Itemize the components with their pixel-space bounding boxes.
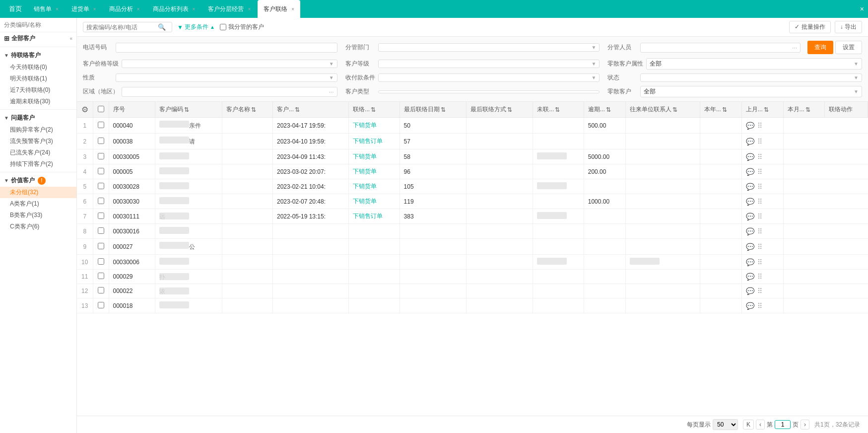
contact-action-icon[interactable]: 💬 [746,168,754,176]
sidebar-item-churned[interactable]: 已流失客户(24) [0,147,76,158]
sidebar-item-tomorrow-pending[interactable]: 明天待联络(1) [0,73,76,84]
close-product-list-tab[interactable]: × [193,6,196,12]
next-page-button[interactable]: › [801,420,809,430]
contact-action-icon[interactable]: 💬 [746,153,754,161]
row-checkbox[interactable] [98,198,104,204]
row-checkbox[interactable] [98,168,104,174]
col-last-date[interactable]: 最后联络日期 ⇅ [400,102,466,118]
col-overdue[interactable]: 逾期... ⇅ [584,102,625,118]
problem-group-label[interactable]: ▼ 问题客户 [0,112,76,124]
sidebar-item-a-class[interactable]: A类客户(1) [0,198,76,210]
last-method-link[interactable]: 下销货单 [353,153,377,160]
sidebar-item-today-pending[interactable]: 今天待联络(0) [0,62,76,73]
zero-customer-select[interactable]: 全部 ▼ [640,86,862,97]
last-method-link[interactable]: 下销货单 [353,122,377,129]
row-checkbox[interactable] [98,258,104,265]
more-action-icon[interactable]: ⠿ [757,122,762,130]
contact-action-icon[interactable]: 💬 [746,122,754,130]
contact-action-icon[interactable]: 💬 [746,273,754,281]
export-button[interactable]: ↓ 导出 [835,21,862,33]
contact-action-icon[interactable]: 💬 [746,258,754,266]
last-method-link[interactable]: 下销售订单 [353,138,383,144]
last-method-link[interactable]: 下销货单 [353,198,377,205]
row-checkbox[interactable] [98,122,104,128]
close-purchase-tab[interactable]: × [93,6,96,12]
col-this-year[interactable]: 本年... ⇅ [700,102,741,118]
sidebar-search-input[interactable] [4,21,77,28]
col-customer-name[interactable]: 客户名称 ⇅ [222,102,272,118]
more-action-icon[interactable]: ⠿ [757,227,762,235]
contact-action-icon[interactable]: 💬 [746,302,754,310]
tab-customer-contact[interactable]: 客户联络 × [258,0,300,18]
sidebar-item-declining[interactable]: 持续下滑客户(2) [0,158,76,170]
customer-level-select[interactable]: ▼ [378,60,600,68]
close-customer-contact-tab[interactable]: × [291,6,294,12]
col-last-method[interactable]: 最后联络方式 ⇅ [466,102,533,118]
contact-action-icon[interactable]: 💬 [746,198,754,206]
more-action-icon[interactable]: ⠿ [757,273,762,281]
col-settings[interactable]: ⚙ [77,102,93,118]
row-checkbox[interactable] [98,273,104,279]
page-size-select[interactable]: 50 100 200 [713,419,738,430]
region-select[interactable]: ··· [122,87,337,97]
col-last-month[interactable]: 上月... ⇅ [741,102,783,118]
contact-action-icon[interactable]: 💬 [746,287,754,295]
value-group-label[interactable]: ▼ 价值客户 ! [0,174,76,187]
more-action-icon[interactable]: ⠿ [757,198,762,206]
collapse-icon[interactable]: « [69,36,72,41]
filter-search-input[interactable] [86,24,156,31]
dept-select[interactable]: ▼ [378,43,600,52]
last-method-link[interactable]: 下销货单 [353,168,377,175]
manager-select[interactable]: ··· [640,43,801,53]
contact-action-icon[interactable]: 💬 [746,138,754,145]
phone-input[interactable] [116,43,337,53]
more-conditions-button[interactable]: ▼ 更多条件 ▲ [177,23,215,31]
more-action-icon[interactable]: ⠿ [757,168,762,176]
zero-attr-select[interactable]: 全部 ▼ [646,58,862,70]
row-checkbox[interactable] [98,138,104,144]
col-customer-code[interactable]: 客户编码 ⇅ [155,102,222,118]
row-checkbox[interactable] [98,287,104,293]
contact-action-icon[interactable]: 💬 [746,183,754,191]
close-all-button[interactable]: × [860,5,864,13]
contact-action-icon[interactable]: 💬 [746,227,754,235]
more-action-icon[interactable]: ⠿ [757,287,762,295]
sidebar-item-c-class[interactable]: C类客户(6) [0,221,76,232]
filter-search-icon[interactable]: 🔍 [158,23,166,31]
price-level-select[interactable]: ▼ [122,60,337,68]
customer-type-select[interactable] [378,90,600,93]
more-action-icon[interactable]: ⠿ [757,243,762,251]
sidebar-item-ungrouped[interactable]: 未分组(32) [0,187,76,198]
last-method-link[interactable]: 下销售订单 [353,213,383,219]
all-customers-item[interactable]: ⊞ 全部客户 « [0,32,76,45]
my-customers-checkbox[interactable] [220,24,226,30]
more-action-icon[interactable]: ⠿ [757,153,762,161]
more-action-icon[interactable]: ⠿ [757,213,762,220]
tab-product-list[interactable]: 商品分析列表 × [147,0,201,18]
close-sales-tab[interactable]: × [56,6,59,12]
reset-button[interactable]: 设置 [835,41,862,54]
sidebar-item-stockpile-abnormal[interactable]: 囤购异常客户(2) [0,124,76,136]
close-product-analysis-tab[interactable]: × [137,6,140,12]
more-action-icon[interactable]: ⠿ [757,258,762,266]
more-action-icon[interactable]: ⠿ [757,302,762,310]
tab-sales[interactable]: 销售单 × [28,0,65,18]
payment-select[interactable]: ▼ [378,73,600,82]
tab-customer-segment[interactable]: 客户分层经营 × [202,0,257,18]
tab-purchase[interactable]: 进货单 × [66,0,102,18]
col-contact[interactable]: 联络... ⇅ [349,102,400,118]
first-page-button[interactable]: K [743,420,754,430]
row-checkbox[interactable] [98,227,104,234]
sidebar-item-churn-warning[interactable]: 流失预警客户(3) [0,136,76,147]
col-customer-type[interactable]: 客户... ⇅ [272,102,348,118]
col-not-contact[interactable]: 未联... ⇅ [533,102,584,118]
page-number-input[interactable] [775,420,791,429]
prev-page-button[interactable]: ‹ [756,420,765,430]
col-this-month[interactable]: 本月... ⇅ [783,102,825,118]
batch-operations-button[interactable]: ✓ 批量操作 [789,21,830,33]
home-tab[interactable]: 首页 [4,2,27,15]
sidebar-item-week-pending[interactable]: 近7天待联络(0) [0,84,76,96]
sidebar-item-b-class[interactable]: B类客户(33) [0,210,76,221]
region-more-icon[interactable]: ··· [329,88,334,95]
status-select[interactable]: ▼ [640,73,862,82]
